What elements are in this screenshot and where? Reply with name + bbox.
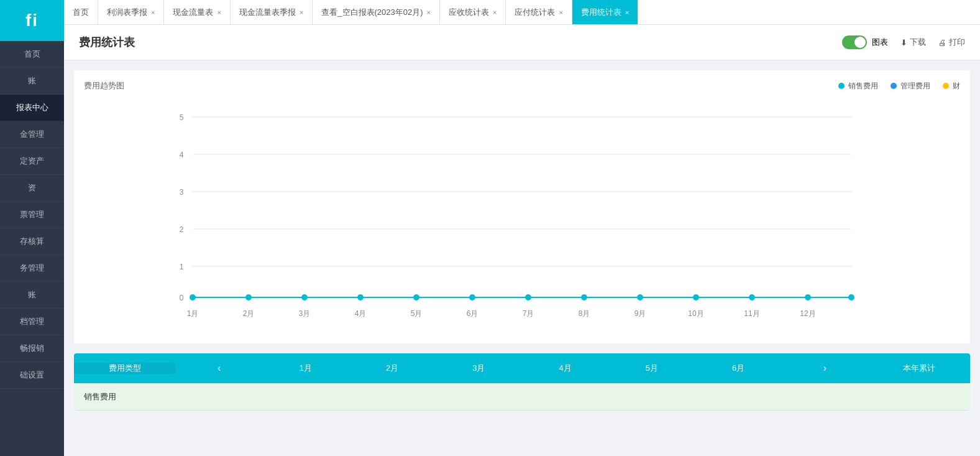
tab-payable[interactable]: 应付统计表 × [506,0,572,24]
tab-home[interactable]: 首页 [64,0,98,24]
print-button[interactable]: 🖨 打印 [938,37,965,48]
prev-month-button[interactable]: ‹ [214,363,224,374]
svg-text:0: 0 [180,294,184,302]
sidebar-item-services[interactable]: 务管理 [0,255,64,282]
tab-cashflow-quarterly[interactable]: 现金流量表季报 × [231,0,313,24]
chart-svg-wrapper: 5 4 3 2 1 0 [84,101,960,333]
td-type: 销售费用 [74,391,180,402]
chart-toggle[interactable] [842,35,867,49]
page-header: 费用统计表 图表 ⬇ 下载 🖨 打印 [64,25,980,60]
svg-text:3: 3 [180,188,184,197]
svg-point-13 [245,294,252,300]
sidebar-item-reports[interactable]: 报表中心 [0,95,64,121]
td-type-label: 销售费用 [84,391,116,402]
svg-text:11月: 11月 [744,309,759,318]
sidebar-item-capital[interactable]: 资 [0,175,64,202]
svg-text:12月: 12月 [800,309,815,318]
tab-expense[interactable]: 费用统计表 × [572,0,638,24]
sidebar: fi 首页 账 报表中心 金管理 定资产 资 票管理 存核算 务管理 账 档管理… [0,0,64,456]
svg-point-15 [357,294,364,300]
tab-cashflow-label: 现金流量表 [173,7,213,18]
svg-text:9月: 9月 [634,309,646,318]
chart-header: 费用趋势图 销售费用 管理费用 财 [84,80,960,91]
tab-blank-report[interactable]: 查看_空白报表(2023年02月) × [313,0,440,24]
svg-text:4月: 4月 [355,309,367,318]
sidebar-item-inventory[interactable]: 存核算 [0,228,64,255]
chart-title: 费用趋势图 [84,80,124,91]
th-month-4-label: 4月 [559,363,572,374]
tab-receivable-close[interactable]: × [493,9,497,16]
svg-point-17 [469,294,475,300]
th-nav-next[interactable]: › [782,363,868,374]
table-row: 销售费用 [74,383,970,411]
th-month-2-label: 2月 [386,363,398,374]
legend-admin: 管理费用 [891,81,930,91]
th-month-6: 6月 [695,363,782,374]
main-content: 首页 利润表季报 × 现金流量表 × 现金流量表季报 × 查看_空白报表(202… [64,0,980,456]
tab-profit-close[interactable]: × [151,9,155,16]
tab-cashflow-quarterly-label: 现金流量表季报 [239,7,296,18]
chart-toggle-label: 图表 [872,37,888,48]
legend-admin-label: 管理费用 [900,81,930,91]
chart-toggle-group: 图表 [842,35,888,49]
sidebar-item-tickets[interactable]: 票管理 [0,202,64,228]
table-header: 费用类型 ‹ 1月 2月 3月 4月 5月 [74,353,970,383]
th-nav-prev[interactable]: ‹ [176,363,262,374]
th-month-1: 1月 [262,363,349,374]
svg-text:5月: 5月 [411,309,423,318]
svg-text:7月: 7月 [523,309,534,318]
tab-expense-label: 费用统计表 [581,7,621,18]
th-month-2: 2月 [349,363,435,374]
next-month-button[interactable]: › [820,363,830,374]
tab-blank-report-close[interactable]: × [427,9,431,16]
th-month-4: 4月 [522,363,608,374]
th-type: 费用类型 [74,363,176,374]
svg-text:5: 5 [180,113,184,122]
tab-receivable[interactable]: 应收统计表 × [440,0,506,24]
tab-expense-close[interactable]: × [625,9,629,16]
tab-profit[interactable]: 利润表季报 × [98,0,164,24]
legend-finance-label: 财 [953,81,960,91]
sidebar-item-ledger[interactable]: 账 [0,282,64,309]
th-type-label: 费用类型 [109,363,141,374]
page-content: 费用统计表 图表 ⬇ 下载 🖨 打印 费用趋势图 [64,25,980,456]
download-button[interactable]: ⬇ 下载 [900,37,926,48]
sidebar-item-archives[interactable]: 档管理 [0,309,64,335]
tab-cashflow-quarterly-close[interactable]: × [300,9,303,16]
tab-home-label: 首页 [73,7,89,18]
svg-text:3月: 3月 [299,309,311,318]
sidebar-logo: fi [0,0,64,41]
svg-point-18 [525,294,531,300]
svg-text:4: 4 [180,151,184,159]
svg-text:1: 1 [180,263,184,271]
svg-text:6月: 6月 [467,309,479,318]
legend-finance: 财 [943,81,960,91]
chart-container: 费用趋势图 销售费用 管理费用 财 [74,70,970,343]
th-month-3-label: 3月 [472,363,485,374]
tab-blank-report-label: 查看_空白报表(2023年02月) [321,7,423,18]
sidebar-item-home[interactable]: 首页 [0,41,64,68]
page-title: 费用统计表 [79,35,135,50]
download-icon: ⬇ [900,38,907,47]
tab-cashflow[interactable]: 现金流量表 × [164,0,230,24]
th-month-3: 3月 [436,363,522,374]
svg-point-24 [848,294,854,300]
sidebar-item-account[interactable]: 账 [0,68,64,95]
trend-chart: 5 4 3 2 1 0 [84,101,960,332]
legend-sales-dot [838,83,845,89]
svg-point-20 [637,294,643,300]
sidebar-item-assets[interactable]: 定资产 [0,148,64,175]
svg-point-19 [581,294,587,300]
expense-table: 费用类型 ‹ 1月 2月 3月 4月 5月 [74,353,970,411]
svg-point-16 [413,294,419,300]
sidebar-item-settings[interactable]: 础设置 [0,362,64,389]
legend-admin-dot [891,83,897,89]
sidebar-item-finance[interactable]: 金管理 [0,121,64,148]
chart-legend: 销售费用 管理费用 财 [838,81,960,91]
sidebar-item-reimbursement[interactable]: 畅报销 [0,335,64,362]
tab-cashflow-close[interactable]: × [217,9,221,16]
tab-payable-close[interactable]: × [559,9,562,16]
svg-point-21 [693,294,699,300]
download-label: 下载 [910,37,926,48]
svg-text:1月: 1月 [187,309,199,318]
